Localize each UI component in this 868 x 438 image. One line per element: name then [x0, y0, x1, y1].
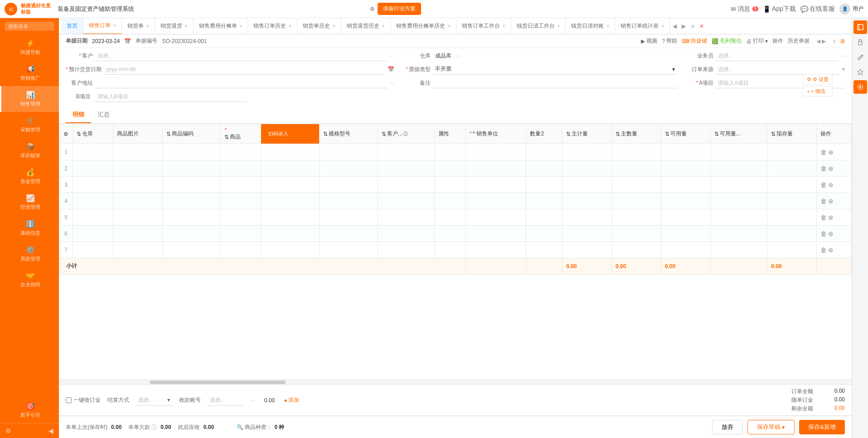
cell-attribute[interactable] — [435, 242, 466, 258]
cell-product[interactable] — [221, 226, 261, 242]
row-copy-icon[interactable]: ⊕ — [828, 197, 834, 205]
cell-sales-unit[interactable] — [466, 177, 526, 193]
cell-customer[interactable] — [378, 177, 435, 193]
row-delete-icon[interactable]: 🗑 — [820, 197, 827, 205]
cell-product-code[interactable] — [162, 193, 221, 209]
row-copy-icon[interactable]: ⊕ — [828, 181, 834, 188]
cell-qty2[interactable] — [526, 242, 563, 258]
sidebar-item-quick-nav[interactable]: ⚡ 快捷导航 — [0, 34, 59, 60]
nav-next-icon[interactable]: ▶ — [822, 38, 826, 44]
cell-main-unit[interactable] — [563, 160, 612, 177]
cell-customer[interactable] — [378, 242, 435, 258]
sidebar-collapse-icon[interactable]: ◀ — [48, 427, 53, 434]
operate-btn[interactable]: 操作 — [772, 37, 783, 45]
tab-close-sales-return[interactable]: × — [185, 24, 188, 29]
settings-icon[interactable]: ⚙ — [367, 4, 378, 14]
cell-attribute[interactable] — [435, 177, 466, 193]
tab-daily-workbench[interactable]: 钱货日清工作台 × — [511, 18, 566, 34]
settings-small-btn[interactable]: ⚙ ⚙ 设置 — [803, 74, 833, 85]
th-product-code[interactable]: ⇅商品编码 — [162, 124, 221, 144]
row-copy-icon[interactable]: ⊕ — [828, 165, 834, 172]
tab-daily-reconcile[interactable]: 钱货日清对账 × — [566, 18, 615, 34]
right-btn-edit[interactable] — [853, 50, 867, 64]
cell-sales-unit[interactable] — [466, 226, 526, 242]
cell-product-code[interactable] — [162, 242, 221, 258]
tab-close-daily-reconcile[interactable]: × — [606, 24, 609, 29]
print-btn[interactable]: 🖨 打印 ▾ — [746, 37, 768, 45]
cell-stock[interactable] — [767, 177, 817, 193]
row-delete-icon[interactable]: 🗑 — [820, 149, 827, 156]
cell-product[interactable] — [221, 144, 261, 160]
sidebar-item-basic-info[interactable]: ℹ️ 基础信息 — [0, 215, 59, 241]
address-input[interactable] — [95, 77, 388, 88]
cell-product-image[interactable] — [113, 226, 162, 242]
sidebar-item-inventory[interactable]: 📦 库存核算 — [0, 138, 59, 164]
cell-spec[interactable] — [319, 209, 378, 226]
order-source-input[interactable] — [716, 64, 840, 75]
cell-operate[interactable]: 🗑 ⊕ — [816, 144, 851, 160]
one-click-field[interactable]: 一键收订金 — [66, 396, 101, 404]
date-picker-icon[interactable]: 📅 — [124, 38, 131, 44]
row-delete-icon[interactable]: 🗑 — [820, 230, 827, 237]
cell-operate[interactable]: 🗑 ⊕ — [816, 209, 851, 226]
add-button[interactable]: ● 添加 — [284, 396, 299, 404]
b-project-input[interactable] — [95, 91, 247, 102]
tab-nav-prev[interactable]: ◀ — [670, 18, 679, 34]
cell-attribute[interactable] — [435, 193, 466, 209]
sidebar-item-operation[interactable]: 📈 经营管理 — [0, 189, 59, 215]
cell-qty2[interactable] — [526, 160, 563, 177]
tab-sales-order[interactable]: 销售订单 × — [83, 18, 122, 34]
th-main-unit[interactable]: ⇅主计量 — [563, 124, 612, 144]
cell-main-unit[interactable] — [563, 177, 612, 193]
row-copy-icon[interactable]: ⊕ — [828, 149, 834, 156]
right-btn-tool[interactable] — [853, 80, 867, 94]
cell-product-code[interactable] — [162, 226, 221, 242]
save-draft-button[interactable]: 保存草稿 ▾ — [747, 420, 795, 434]
cell-stock[interactable] — [767, 209, 817, 226]
cell-stock[interactable] — [767, 226, 817, 242]
cell-warehouse[interactable] — [73, 193, 113, 209]
history-btn[interactable]: 历史单据 — [788, 37, 810, 45]
account-dots[interactable]: ··· — [251, 397, 255, 404]
sidebar-item-purchase[interactable]: 🛒 采购管理 — [0, 112, 59, 138]
profit-btn[interactable]: 💹 毛利预估 — [712, 37, 742, 45]
cell-stock[interactable] — [767, 193, 817, 209]
cell-product-image[interactable] — [113, 242, 162, 258]
cell-qty2[interactable] — [526, 209, 563, 226]
cell-warehouse[interactable] — [73, 226, 113, 242]
cell-product-image[interactable] — [113, 144, 162, 160]
cell-sales-unit[interactable] — [466, 193, 526, 209]
cell-product[interactable] — [221, 193, 261, 209]
tab-close-order-workbench[interactable]: × — [503, 24, 505, 29]
cell-spec[interactable] — [319, 177, 378, 193]
th-scan[interactable]: 扫码录入 — [261, 124, 320, 144]
cell-stock[interactable] — [767, 242, 817, 258]
delivery-date-input[interactable] — [104, 64, 385, 75]
discard-button[interactable]: 放弃 — [712, 420, 743, 434]
invoice-select[interactable]: 不开票 ▾ — [433, 64, 677, 75]
cell-main-qty[interactable] — [611, 144, 661, 160]
cell-available2[interactable] — [710, 209, 767, 226]
cell-product-code[interactable] — [162, 177, 221, 193]
cell-warehouse[interactable] — [73, 160, 113, 177]
view-video-btn[interactable]: ▶ 视频 — [641, 37, 657, 45]
cell-main-unit[interactable] — [563, 144, 612, 160]
row-delete-icon[interactable]: 🗑 — [820, 214, 827, 221]
cell-sales-unit[interactable] — [466, 160, 526, 177]
tab-order-history[interactable]: 销售订单历史 × — [248, 18, 297, 34]
cell-product-image[interactable] — [113, 193, 162, 209]
th-customer[interactable]: ⇅客户...ⓘ — [378, 124, 435, 144]
user-menu[interactable]: 👤 用户 — [839, 4, 863, 14]
cell-product-code[interactable] — [162, 160, 221, 177]
cell-customer[interactable] — [378, 209, 435, 226]
search-input[interactable] — [5, 22, 54, 31]
scan-btn[interactable]: 扫码录入 — [265, 130, 292, 138]
cell-main-qty[interactable] — [611, 242, 661, 258]
cell-qty2[interactable] — [526, 226, 563, 242]
tab-close-return-history[interactable]: × — [382, 24, 385, 29]
cell-customer[interactable] — [378, 160, 435, 177]
cell-main-qty[interactable] — [611, 160, 661, 177]
account-select[interactable]: 选择... — [208, 395, 244, 406]
horizontal-scrollbar[interactable] — [59, 379, 852, 385]
tab-close-daily-workbench[interactable]: × — [558, 24, 560, 29]
